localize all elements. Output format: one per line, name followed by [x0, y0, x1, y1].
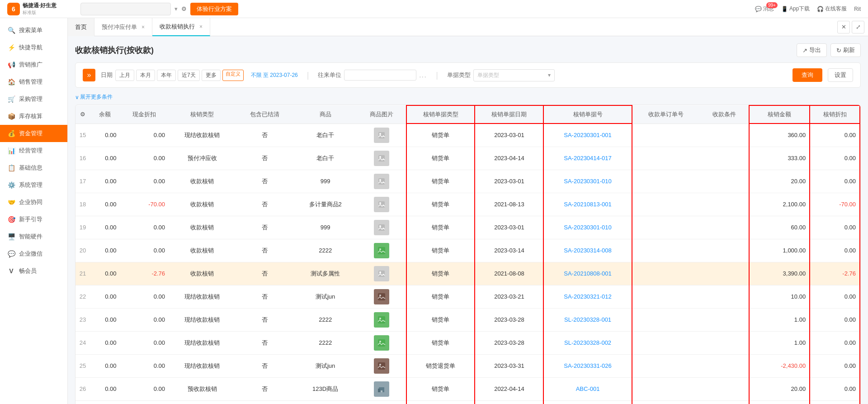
cell-bill-no[interactable]: ABC-001 [543, 377, 632, 400]
cart-icon: 🛒 [7, 95, 15, 103]
notification-btn[interactable]: 💬 消息 99+ [755, 5, 774, 13]
sidebar-label-purchase: 采购管理 [19, 95, 42, 103]
sidebar-item-quicknav[interactable]: ⚡ 快捷导航 [0, 39, 67, 56]
sidebar-item-hardware[interactable]: 🖥️ 智能硬件 [0, 228, 67, 245]
bill-type-select[interactable]: 单据类型 ▾ [473, 69, 555, 81]
sidebar-item-wechat[interactable]: 💬 企业微信 [0, 245, 67, 262]
writeoff-tab-close[interactable]: × [199, 24, 203, 30]
sidebar-item-finance[interactable]: 💰 资金管理 [0, 125, 67, 142]
cell-bill-no[interactable]: SA-20230414-017 [543, 147, 632, 170]
home-tab-label: 首页 [75, 23, 87, 31]
column-settings-icon[interactable]: ⚙ [80, 111, 85, 118]
prepay-tab-close[interactable]: × [142, 24, 145, 30]
cell-cash-discount: 0.00 [120, 400, 169, 404]
dropdown-arrow-icon[interactable]: ▾ [175, 5, 178, 12]
cell-write-off-discount: 0.00 [810, 377, 860, 400]
cell-write-off-type: 现结收款核销 [169, 124, 236, 147]
cell-bill-no[interactable]: SA-20210813-001 [543, 193, 632, 216]
svg-point-7 [379, 202, 381, 204]
notification-badge: 99+ [766, 2, 778, 8]
unit-input[interactable] [344, 70, 416, 81]
this-year-btn[interactable]: 本年 [157, 70, 176, 81]
cell-receipt-order-no [632, 193, 700, 216]
cell-receipt-order-no [632, 124, 700, 147]
sidebar-item-basicinfo[interactable]: 📋 基础信息 [0, 159, 67, 176]
settings-filter-btn[interactable]: 设置 [828, 68, 853, 82]
cell-receipt-terms [700, 262, 749, 285]
cell-bill-no[interactable]: SA-20230301-001 [543, 124, 632, 147]
cell-include-settled: 否 [236, 216, 294, 239]
trial-btn[interactable]: 体验行业方案 [190, 3, 238, 15]
user-name[interactable]: Rit [854, 6, 861, 12]
cell-bill-no[interactable]: SL-20230328-002 [543, 331, 632, 354]
cell-bill-no[interactable]: SA-20230301-010 [543, 170, 632, 193]
export-btn[interactable]: ↗ 导出 [797, 43, 827, 57]
cell-write-off-discount: 0.00 [810, 124, 860, 147]
tab-writeoff[interactable]: 收款核销执行 × [152, 18, 210, 36]
svg-point-11 [379, 248, 381, 250]
tab-prepay[interactable]: 预付冲应付单 × [94, 18, 152, 36]
cell-bill-no[interactable]: SL-20230328-001 [543, 308, 632, 331]
cell-bill-no[interactable]: SA-20230321-012 [543, 285, 632, 308]
query-btn[interactable]: 查询 [793, 68, 822, 82]
sidebar-item-search[interactable]: 🔍 搜索菜单 [0, 22, 67, 39]
cell-bill-no[interactable]: SA-20230331-026 [543, 354, 632, 377]
page-content: 收款核销执行(按收款) ↗ 导出 ↻ 刷新 » 日期 [68, 36, 868, 404]
sidebar-item-inventory[interactable]: 📦 库存核算 [0, 108, 67, 125]
sidebar-item-guide[interactable]: 🎯 新手引导 [0, 211, 67, 228]
last-7-days-btn[interactable]: 近7天 [178, 70, 200, 81]
sidebar-item-system[interactable]: ⚙️ 系统管理 [0, 176, 67, 194]
sidebar-item-marketing[interactable]: 📢 营销推广 [0, 56, 67, 73]
cell-balance: 0.00 [90, 262, 120, 285]
svg-rect-18 [378, 339, 385, 347]
tab-close-all-btn[interactable]: ✕ [837, 21, 850, 33]
top-bar: 6 畅捷通·好生意 标准版 ▾ ⚙ 体验行业方案 💬 消息 99+ 📱 App下… [0, 0, 868, 18]
sidebar-label-wechat: 企业微信 [19, 250, 42, 258]
cell-product: 2222 [294, 239, 357, 262]
refresh-btn[interactable]: ↻ 刷新 [830, 43, 861, 57]
sidebar-item-sales[interactable]: 🏠 销售管理 [0, 73, 67, 90]
sidebar-item-member[interactable]: V 畅会员 [0, 262, 67, 280]
app-download-btn[interactable]: 📱 App下载 [781, 5, 810, 13]
cell-receipt-terms [700, 331, 749, 354]
cell-write-off-type: 收款核销 [169, 193, 236, 216]
product-image [374, 174, 389, 189]
cell-include-settled: 否 [236, 308, 294, 331]
cell-receipt-order-no [632, 377, 700, 400]
cell-bill-no[interactable]: SL-20230408-001 [543, 400, 632, 404]
expand-more-btn[interactable]: ∨ 展开更多条件 [75, 93, 861, 101]
th-bill-date: 核销单据日期 [475, 105, 543, 124]
flash-icon: ⚡ [7, 43, 15, 52]
cell-bill-no[interactable]: SA-20230314-008 [543, 239, 632, 262]
sidebar-item-purchase[interactable]: 🛒 采购管理 [0, 90, 67, 108]
cell-write-off-amount: 360.00 [749, 124, 810, 147]
cell-receipt-order-no [632, 262, 700, 285]
prepay-tab-label: 预付冲应付单 [102, 23, 137, 31]
cell-bill-date: 2023-03-01 [475, 170, 543, 193]
cell-product-img [357, 239, 406, 262]
sidebar-item-collab[interactable]: 🤝 企业协同 [0, 194, 67, 211]
tab-home[interactable]: 首页 [68, 18, 94, 36]
tab-restore-btn[interactable]: ⤢ [852, 21, 864, 33]
this-month-btn[interactable]: 本月 [136, 70, 155, 81]
product-image [374, 381, 389, 397]
sidebar-item-management[interactable]: 📊 经营管理 [0, 142, 67, 159]
settings-icon[interactable]: ⚙ [181, 5, 187, 12]
last-month-btn[interactable]: 上月 [115, 70, 134, 81]
cell-product-img [357, 170, 406, 193]
cell-cash-discount: 0.00 [120, 239, 169, 262]
cell-write-off-type: 现结收款核销 [169, 285, 236, 308]
cell-bill-no[interactable]: SA-20210808-001 [543, 262, 632, 285]
cell-receipt-terms [700, 285, 749, 308]
svg-point-17 [379, 318, 381, 319]
table-row: 25 0.00 0.00 现结收款核销 否 测试jun 销货退货单 2023-0… [75, 354, 860, 377]
filter-expand-btn[interactable]: » [83, 69, 95, 81]
sidebar: 🔍 搜索菜单 ⚡ 快捷导航 📢 营销推广 🏠 销售管理 🛒 采购管理 📦 库存核… [0, 18, 68, 404]
cell-balance: 0.00 [90, 400, 120, 404]
cell-product-img [357, 400, 406, 404]
th-write-off-type: 核销类型 [169, 105, 236, 124]
cell-bill-type: 销货单 [406, 216, 475, 239]
online-service-btn[interactable]: 🎧 在线客服 [817, 5, 847, 13]
more-btn[interactable]: 更多 [202, 70, 221, 81]
cell-bill-no[interactable]: SA-20230301-010 [543, 216, 632, 239]
